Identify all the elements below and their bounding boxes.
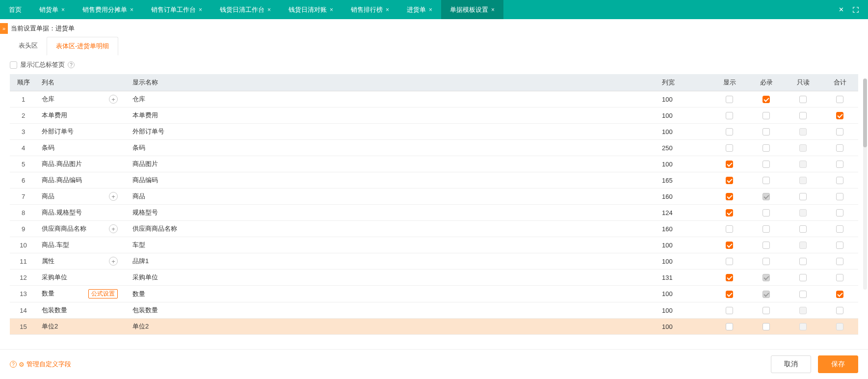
add-icon[interactable]: +	[109, 192, 118, 201]
checkbox[interactable]	[763, 177, 770, 184]
cell-display-name[interactable]: 商品图片	[128, 156, 657, 172]
cell-width[interactable]: 100	[657, 108, 711, 124]
tab-单据模板设置[interactable]: 单据模板设置×	[441, 0, 503, 19]
checkbox[interactable]	[836, 242, 843, 249]
checkbox[interactable]	[726, 96, 733, 103]
checkbox[interactable]	[836, 225, 843, 233]
checkbox[interactable]	[726, 161, 733, 168]
cell-display-name[interactable]: 车型	[128, 237, 657, 253]
checkbox[interactable]	[726, 112, 733, 119]
fullscreen-icon[interactable]	[848, 2, 863, 17]
checkbox[interactable]	[726, 144, 733, 152]
checkbox[interactable]	[836, 144, 843, 152]
cell-width[interactable]: 100	[657, 253, 711, 270]
cancel-button[interactable]: 取消	[771, 355, 811, 373]
scrollbar-thumb[interactable]	[863, 79, 867, 147]
checkbox[interactable]	[836, 193, 843, 200]
table-row[interactable]: 6商品.商品编码商品编码165	[10, 172, 858, 189]
checkbox[interactable]	[836, 274, 843, 281]
checkbox[interactable]	[799, 112, 807, 119]
table-row[interactable]: 2本单费用本单费用100	[10, 108, 858, 124]
cell-width[interactable]: 160	[657, 189, 711, 205]
show-summary-checkbox[interactable]	[10, 61, 17, 69]
checkbox[interactable]	[763, 161, 770, 168]
tab-close-icon[interactable]: ×	[429, 6, 432, 13]
tab-close-icon[interactable]: ×	[491, 6, 495, 13]
cell-width[interactable]: 100	[657, 286, 711, 302]
checkbox[interactable]	[836, 209, 843, 217]
checkbox[interactable]	[763, 144, 770, 152]
checkbox[interactable]	[726, 225, 733, 233]
table-row[interactable]: 1仓库+仓库100	[10, 91, 858, 108]
tab-销售费用分摊单[interactable]: 销售费用分摊单×	[74, 0, 142, 19]
checkbox[interactable]	[836, 307, 843, 314]
tab-销售排行榜[interactable]: 销售排行榜×	[342, 0, 398, 19]
cell-display-name[interactable]: 规格型号	[128, 205, 657, 221]
cell-display-name[interactable]: 条码	[128, 140, 657, 156]
vertical-scrollbar[interactable]	[863, 79, 867, 290]
tab-close-icon[interactable]: ×	[61, 6, 65, 13]
checkbox[interactable]	[726, 307, 733, 314]
checkbox[interactable]	[726, 291, 733, 298]
cell-width[interactable]: 165	[657, 172, 711, 189]
checkbox[interactable]	[763, 307, 770, 314]
cell-display-name[interactable]: 单位2	[128, 319, 657, 335]
checkbox[interactable]	[763, 225, 770, 233]
add-icon[interactable]: +	[109, 95, 118, 104]
close-all-icon[interactable]: ✕	[834, 2, 848, 17]
manage-custom-fields-link[interactable]: 管理自定义字段	[26, 360, 71, 369]
tab-close-icon[interactable]: ×	[386, 6, 389, 13]
help-icon[interactable]: ?	[68, 61, 75, 68]
tab-进货单[interactable]: 进货单×	[398, 0, 441, 19]
checkbox[interactable]	[726, 274, 733, 281]
checkbox[interactable]	[726, 177, 733, 184]
tab-close-icon[interactable]: ×	[199, 6, 202, 13]
checkbox[interactable]	[836, 128, 843, 135]
checkbox[interactable]	[799, 291, 807, 298]
subtab-表体区-进货单明细[interactable]: 表体区-进货单明细	[47, 37, 118, 55]
checkbox[interactable]	[726, 193, 733, 200]
checkbox[interactable]	[763, 209, 770, 217]
checkbox[interactable]	[836, 291, 843, 298]
checkbox[interactable]	[763, 112, 770, 119]
tab-close-icon[interactable]: ×	[130, 6, 133, 13]
checkbox[interactable]	[799, 258, 807, 265]
checkbox[interactable]	[799, 193, 807, 200]
cell-width[interactable]: 100	[657, 156, 711, 172]
cell-width[interactable]: 131	[657, 270, 711, 286]
table-row[interactable]: 7商品+商品160	[10, 189, 858, 205]
cell-display-name[interactable]: 供应商商品名称	[128, 221, 657, 237]
table-row[interactable]: 14包装数量包装数量100	[10, 302, 858, 319]
save-button[interactable]: 保存	[818, 355, 858, 373]
table-row[interactable]: 10商品.车型车型100	[10, 237, 858, 253]
add-icon[interactable]: +	[109, 257, 118, 266]
tab-close-icon[interactable]: ×	[330, 6, 333, 13]
cell-display-name[interactable]: 仓库	[128, 91, 657, 108]
table-row[interactable]: 9供应商商品名称+供应商商品名称160	[10, 221, 858, 237]
cell-display-name[interactable]: 商品	[128, 189, 657, 205]
checkbox[interactable]	[763, 258, 770, 265]
footer-help-icon[interactable]: ?	[10, 361, 17, 368]
cell-display-name[interactable]: 包装数量	[128, 302, 657, 319]
tab-销售订单工作台[interactable]: 销售订单工作台×	[142, 0, 211, 19]
checkbox[interactable]	[836, 177, 843, 184]
checkbox[interactable]	[836, 96, 843, 103]
formula-button[interactable]: 公式设置	[88, 289, 118, 298]
cell-width[interactable]: 160	[657, 221, 711, 237]
table-row[interactable]: 11属性+品牌1100	[10, 253, 858, 270]
table-row[interactable]: 12采购单位采购单位131	[10, 270, 858, 286]
cell-display-name[interactable]: 采购单位	[128, 270, 657, 286]
checkbox[interactable]	[836, 258, 843, 265]
cell-width[interactable]: 100	[657, 302, 711, 319]
cell-width[interactable]: 100	[657, 319, 711, 335]
cell-width[interactable]: 100	[657, 237, 711, 253]
add-icon[interactable]: +	[109, 224, 118, 233]
checkbox[interactable]	[763, 242, 770, 249]
checkbox[interactable]	[726, 209, 733, 217]
table-row[interactable]: 5商品.商品图片商品图片100	[10, 156, 858, 172]
table-row[interactable]: 3外部订单号外部订单号100	[10, 124, 858, 140]
cell-width[interactable]: 100	[657, 124, 711, 140]
checkbox[interactable]	[799, 225, 807, 233]
checkbox[interactable]	[763, 128, 770, 135]
cell-width[interactable]: 250	[657, 140, 711, 156]
